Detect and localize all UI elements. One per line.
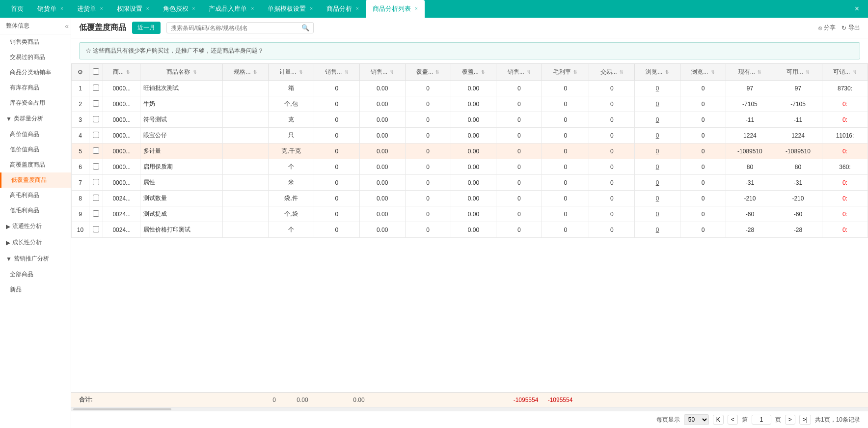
- row-checkbox[interactable]: [89, 222, 103, 238]
- page-number-input[interactable]: [752, 415, 771, 425]
- row-browse1[interactable]: 0: [635, 96, 680, 112]
- row-select-checkbox[interactable]: [93, 210, 99, 217]
- sidebar-item-low-value[interactable]: 低价值商品: [0, 142, 71, 157]
- window-close-button[interactable]: ×: [850, 4, 864, 13]
- table-container[interactable]: ⚙ 商... ⇅ 商品名称 ⇅: [71, 63, 868, 392]
- col-coverage2[interactable]: 覆盖... ⇅: [451, 64, 496, 81]
- row-select-checkbox[interactable]: [93, 179, 99, 185]
- nav-role[interactable]: 角色授权 ×: [156, 0, 202, 18]
- nav-product-in[interactable]: 产成品入库单 ×: [202, 0, 261, 18]
- sidebar-group-growth[interactable]: ▶ 成长性分析: [0, 234, 71, 251]
- page-size-select[interactable]: 50 20 100 200: [684, 414, 709, 425]
- time-filter-btn[interactable]: 近一月: [132, 22, 161, 34]
- sidebar-group-cluster[interactable]: ▼ 类群量分析: [0, 111, 71, 127]
- last-page-button[interactable]: >|: [799, 415, 811, 425]
- row-checkbox[interactable]: [89, 159, 103, 175]
- col-name[interactable]: 商品名称 ⇅: [140, 64, 223, 81]
- row-select-checkbox[interactable]: [93, 132, 99, 138]
- row-select-checkbox[interactable]: [93, 116, 99, 122]
- row-checkbox[interactable]: [89, 206, 103, 222]
- row-browse1[interactable]: 0: [635, 143, 680, 159]
- col-checkbox[interactable]: [89, 64, 103, 81]
- col-settings[interactable]: ⚙: [72, 64, 89, 81]
- row-checkbox[interactable]: [89, 191, 103, 206]
- col-unit[interactable]: 计量... ⇅: [269, 64, 314, 81]
- row-select-checkbox[interactable]: [93, 85, 99, 91]
- row-select-checkbox[interactable]: [93, 147, 99, 154]
- col-coverage1[interactable]: 覆盖... ⇅: [405, 64, 451, 81]
- nav-template[interactable]: 单据模板设置 ×: [261, 0, 320, 18]
- sidebar-collapse-button[interactable]: «: [65, 22, 69, 30]
- col-saleable[interactable]: 可销... ⇅: [822, 64, 868, 81]
- row-checkbox[interactable]: [89, 128, 103, 143]
- close-icon[interactable]: ×: [60, 0, 63, 18]
- row-gross-margin: 0: [542, 191, 589, 206]
- col-available-stock[interactable]: 可用... ⇅: [774, 64, 822, 81]
- sidebar-item-traded-goods[interactable]: 交易过的商品: [0, 50, 71, 65]
- row-browse1[interactable]: 0: [635, 175, 680, 191]
- export-button[interactable]: ↻ 导出: [841, 24, 860, 32]
- row-browse1[interactable]: 0: [635, 206, 680, 222]
- nav-purchase[interactable]: 进货单 ×: [70, 0, 110, 18]
- sidebar-group-circulation[interactable]: ▶ 流通性分析: [0, 218, 71, 234]
- row-select-checkbox[interactable]: [93, 226, 99, 232]
- close-icon[interactable]: ×: [310, 0, 313, 18]
- prev-page-button[interactable]: <: [728, 415, 738, 425]
- row-select-checkbox[interactable]: [93, 195, 99, 201]
- sidebar-item-high-value[interactable]: 高价值商品: [0, 127, 71, 142]
- col-browse1[interactable]: 浏览... ⇅: [635, 64, 680, 81]
- nav-home[interactable]: 首页: [4, 0, 30, 18]
- row-select-checkbox[interactable]: [93, 100, 99, 107]
- col-code[interactable]: 商... ⇅: [103, 64, 140, 81]
- row-browse1[interactable]: 0: [635, 128, 680, 143]
- col-browse2[interactable]: 浏览... ⇅: [680, 64, 726, 81]
- row-browse1[interactable]: 0: [635, 191, 680, 206]
- row-checkbox[interactable]: [89, 112, 103, 128]
- row-checkbox[interactable]: [89, 81, 103, 96]
- row-browse1[interactable]: 0: [635, 159, 680, 175]
- col-sales-rate[interactable]: 销售... ⇅: [496, 64, 542, 81]
- row-sales-amt: 0.00: [359, 112, 405, 128]
- close-icon[interactable]: ×: [192, 0, 195, 18]
- nav-sales[interactable]: 销货单 ×: [30, 0, 70, 18]
- close-icon[interactable]: ×: [415, 0, 418, 18]
- sidebar-item-stock-capital[interactable]: 库存资金占用: [0, 95, 71, 111]
- col-sales-qty[interactable]: 销售... ⇅: [314, 64, 359, 81]
- sidebar-item-category-rate[interactable]: 商品分类动销率: [0, 65, 71, 80]
- nav-permission[interactable]: 权限设置 ×: [110, 0, 156, 18]
- row-browse1[interactable]: 0: [635, 112, 680, 128]
- sidebar-item-low-coverage[interactable]: 低覆盖度商品: [0, 172, 71, 188]
- sidebar-item-high-margin[interactable]: 高毛利商品: [0, 188, 71, 203]
- first-page-button[interactable]: K: [713, 415, 724, 425]
- sidebar-group-marketing[interactable]: ▼ 营销推广分析: [0, 251, 71, 267]
- row-checkbox[interactable]: [89, 96, 103, 112]
- horizontal-scrollbar[interactable]: [71, 407, 868, 411]
- next-page-button[interactable]: >: [785, 415, 795, 425]
- sidebar-item-all-goods[interactable]: 全部商品: [0, 267, 71, 282]
- select-all-checkbox[interactable]: [93, 68, 99, 75]
- col-current-stock[interactable]: 现有... ⇅: [726, 64, 774, 81]
- nav-product-analysis[interactable]: 商品分析 ×: [320, 0, 366, 18]
- sidebar-item-sales-goods[interactable]: 销售类商品: [0, 34, 71, 50]
- row-checkbox[interactable]: [89, 175, 103, 191]
- close-icon[interactable]: ×: [356, 0, 359, 18]
- row-select-checkbox[interactable]: [93, 163, 99, 170]
- sidebar-item-stock-goods[interactable]: 有库存商品: [0, 80, 71, 95]
- row-browse1[interactable]: 0: [635, 81, 680, 96]
- row-browse1[interactable]: 0: [635, 222, 680, 238]
- close-icon[interactable]: ×: [100, 0, 103, 18]
- row-checkbox[interactable]: [89, 143, 103, 159]
- col-spec[interactable]: 规格... ⇅: [223, 64, 269, 81]
- sidebar-item-low-margin[interactable]: 低毛利商品: [0, 203, 71, 218]
- sidebar-item-new-goods[interactable]: 新品: [0, 282, 71, 297]
- close-icon[interactable]: ×: [146, 0, 149, 18]
- close-icon[interactable]: ×: [251, 0, 254, 18]
- col-trade[interactable]: 交易... ⇅: [589, 64, 635, 81]
- search-input[interactable]: [171, 25, 299, 31]
- share-button[interactable]: ⎋ 分享: [818, 24, 836, 32]
- sort-icon: ⇅: [126, 70, 130, 75]
- col-sales-amt[interactable]: 销售... ⇅: [359, 64, 405, 81]
- sidebar-item-high-coverage[interactable]: 高覆盖度商品: [0, 157, 71, 172]
- nav-product-analysis-list[interactable]: 商品分析列表 ×: [366, 0, 425, 18]
- col-gross-margin[interactable]: 毛利率 ⇅: [542, 64, 589, 81]
